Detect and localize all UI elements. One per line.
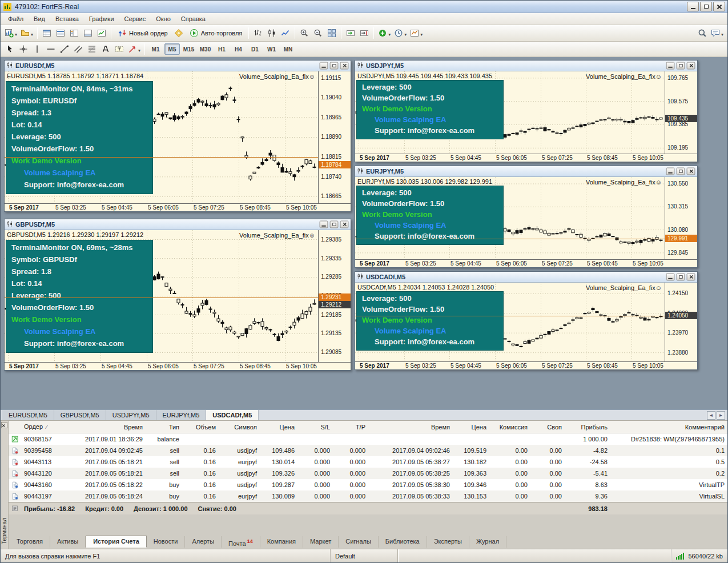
chart-plot-usdcad[interactable]: USDCADf,M5 1.24034 1.24053 1.24028 1.240… — [355, 283, 665, 361]
chart-window-titlebar[interactable]: EURJPYf,M5 — [355, 166, 697, 177]
time-scale[interactable]: 5 Sep 20175 Sep 03:255 Sep 04:455 Sep 06… — [355, 259, 697, 267]
chart-close-button[interactable] — [340, 221, 349, 228]
chart-minimize-button[interactable] — [320, 62, 328, 70]
chart-line-button[interactable] — [279, 26, 292, 40]
terminal-close-button[interactable] — [1, 422, 7, 428]
timeframe-m5[interactable]: M5 — [164, 43, 180, 55]
menu-item-5[interactable]: Окно — [151, 14, 176, 23]
menu-item-6[interactable]: Справка — [176, 14, 211, 23]
scroll-right-icon[interactable] — [717, 411, 725, 420]
chart-minimize-button[interactable] — [666, 274, 675, 281]
scroll-left-icon[interactable] — [707, 411, 715, 420]
history-row[interactable]: 904431202017.09.05 05:18:21sell0.16usdjp… — [9, 468, 727, 479]
price-scale[interactable]: 1.241501.240601.239701.238801.24050 — [665, 283, 697, 361]
chart-close-button[interactable] — [687, 168, 695, 175]
time-scale[interactable]: 5 Sep 20175 Sep 03:255 Sep 04:455 Sep 06… — [355, 361, 697, 369]
text-label-button[interactable] — [112, 42, 126, 56]
fibonacci-button[interactable] — [85, 42, 99, 56]
column-header-13[interactable]: Комментарий — [610, 421, 727, 433]
terminal-tab-2[interactable]: История Счета — [86, 536, 147, 548]
chart-restore-button[interactable] — [677, 274, 685, 281]
terminal-tab-6[interactable]: Компания — [260, 536, 303, 548]
chart-plot-usdjpy[interactable]: USDJPYf,M5 109.445 109.445 109.433 109.4… — [355, 71, 665, 154]
column-header-3[interactable]: Объем — [182, 421, 219, 433]
chart-tab-0[interactable]: EURUSDf,M5 — [2, 410, 54, 420]
timeframe-m15[interactable]: M15 — [181, 43, 196, 55]
auto-scroll-button[interactable] — [344, 26, 357, 40]
data-window-button[interactable] — [54, 26, 67, 40]
terminal-tab-7[interactable]: Маркет — [303, 536, 339, 548]
terminal-tab-10[interactable]: Эксперты — [427, 536, 469, 548]
column-header-9[interactable]: Цена — [453, 421, 489, 433]
menu-item-2[interactable]: Вставка — [50, 14, 84, 23]
zoom-in-button[interactable] — [297, 26, 311, 40]
column-header-1[interactable]: Время — [68, 421, 146, 433]
time-scale[interactable]: 5 Sep 20175 Sep 03:255 Sep 04:455 Sep 06… — [355, 154, 697, 162]
chart-minimize-button[interactable] — [666, 62, 675, 70]
column-header-2[interactable]: Тип — [146, 421, 182, 433]
timeframe-h1[interactable]: H1 — [214, 43, 230, 55]
column-header-12[interactable]: Прибыль — [565, 421, 610, 433]
indicators-button[interactable] — [376, 26, 392, 40]
chart-restore-button[interactable] — [677, 168, 685, 175]
arrows-button[interactable] — [126, 42, 142, 56]
chart-tab-2[interactable]: USDJPYf,M5 — [106, 410, 156, 420]
timeframe-w1[interactable]: W1 — [264, 43, 279, 55]
chart-tab-1[interactable]: GBPUSDf,M5 — [54, 410, 106, 420]
history-row[interactable]: 904431132017.09.05 05:18:21sell0.16eurjp… — [9, 456, 727, 468]
terminal-tab-11[interactable]: Журнал — [469, 536, 506, 548]
navigator-button[interactable] — [67, 26, 81, 40]
terminal-tab-8[interactable]: Сигналы — [339, 536, 379, 548]
timeframe-m1[interactable]: M1 — [148, 43, 163, 55]
chart-restore-button[interactable] — [330, 62, 339, 70]
chart-window-titlebar[interactable]: USDJPYf,M5 — [355, 61, 697, 71]
history-row[interactable]: 904431972017.09.05 05:18:24buy0.16eurjpy… — [9, 490, 727, 502]
chart-close-button[interactable] — [340, 62, 349, 70]
menu-item-1[interactable]: Вид — [29, 14, 50, 23]
chart-window-titlebar[interactable]: GBPUSDf,M5 — [5, 219, 351, 230]
column-header-6[interactable]: S/L — [297, 421, 333, 433]
chart-plot-eurjpy[interactable]: EURJPYf,M5 130.035 130.006 129.982 129.9… — [355, 177, 665, 259]
column-header-11[interactable]: Своп — [530, 421, 565, 433]
terminal-tab-5[interactable]: Почта14 — [222, 536, 260, 548]
terminal-tab-4[interactable]: Алерты — [185, 536, 222, 548]
chart-minimize-button[interactable] — [320, 221, 328, 228]
history-row[interactable]: 904431602017.09.05 05:18:22buy0.16usdjpy… — [9, 479, 727, 490]
timeframe-mn[interactable]: MN — [280, 43, 296, 55]
history-row[interactable]: 903681572017.09.01 18:36:29balance1 000.… — [9, 433, 727, 445]
chart-tab-4[interactable]: USDCADf,M5 — [206, 410, 259, 420]
new-chart-button[interactable] — [3, 26, 19, 40]
tile-windows-button[interactable] — [325, 26, 339, 40]
terminal-tab-3[interactable]: Новости — [147, 536, 186, 548]
chart-plot-gbpusd[interactable]: GBPUSDf,M5 1.29216 1.29230 1.29197 1.292… — [5, 230, 319, 362]
history-row[interactable]: 903954582017.09.04 09:02:45sell0.16usdjp… — [9, 445, 727, 456]
terminal-tab-0[interactable]: Торговля — [10, 536, 50, 548]
status-profile-selector[interactable]: Default — [331, 549, 398, 562]
vertical-line-button[interactable] — [30, 42, 44, 56]
chart-window-titlebar[interactable]: USDCADf,M5 — [355, 272, 697, 283]
chart-bars-button[interactable] — [251, 26, 265, 40]
auto-trading-button[interactable]: Авто-торговля — [186, 26, 247, 40]
chart-shift-button[interactable] — [357, 26, 371, 40]
trendline-button[interactable] — [58, 42, 71, 56]
price-scale[interactable]: 130.550130.315130.080129.845129.991 — [665, 177, 697, 259]
menu-item-3[interactable]: Графики — [84, 14, 119, 23]
menu-item-4[interactable]: Сервис — [119, 14, 151, 23]
terminal-button[interactable] — [81, 26, 95, 40]
chart-restore-button[interactable] — [677, 62, 685, 70]
chart-close-button[interactable] — [687, 274, 695, 281]
metaeditor-button[interactable] — [172, 26, 186, 40]
crosshair-button[interactable] — [17, 42, 30, 56]
column-header-0[interactable]: Ордер — [21, 421, 68, 433]
search-button[interactable] — [695, 26, 709, 40]
equidistant-channel-button[interactable] — [71, 42, 85, 56]
market-watch-button[interactable] — [40, 26, 54, 40]
column-header-5[interactable]: Цена — [260, 421, 297, 433]
close-button[interactable] — [713, 2, 725, 11]
terminal-tab-1[interactable]: Активы — [50, 536, 86, 548]
timeframe-m30[interactable]: M30 — [198, 43, 213, 55]
profiles-button[interactable] — [19, 26, 35, 40]
text-button[interactable] — [99, 42, 112, 56]
chart-tab-3[interactable]: EURJPYf,M5 — [156, 410, 207, 420]
column-header-7[interactable]: T/P — [333, 421, 368, 433]
